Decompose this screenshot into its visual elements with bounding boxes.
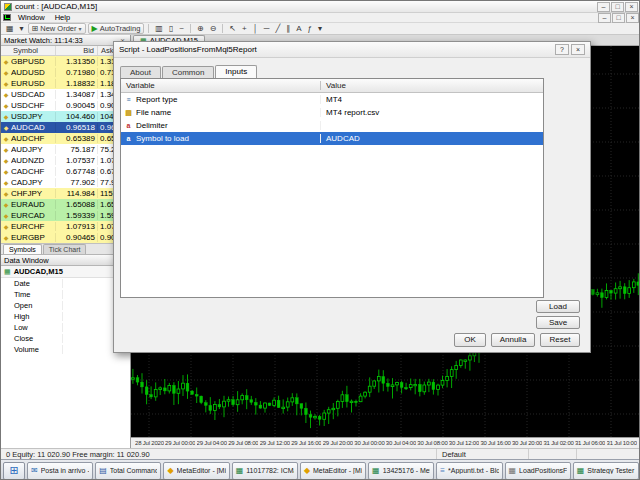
column-symbol[interactable]: Symbol — [1, 46, 55, 55]
menu-help[interactable]: Help — [50, 13, 75, 22]
input-variable-name: Symbol to load — [136, 134, 189, 143]
taskbar-item[interactable]: ≡*Appunti.txt - Blocc... — [436, 462, 502, 480]
save-button[interactable]: Save — [536, 316, 580, 329]
data-window-row[interactable]: High — [1, 311, 130, 322]
line-chart-icon[interactable]: ~ — [177, 23, 186, 34]
market-watch-row[interactable]: ◆AUDCAD0.965180.96534 — [1, 122, 130, 133]
taskbar-item[interactable]: ▦11017782: ICMarket... — [232, 462, 298, 480]
market-watch-row[interactable]: ◆CHFJPY114.984115.013 — [1, 188, 130, 199]
time-axis-label: 29 Jul 08:00 — [228, 440, 258, 446]
child-close-icon[interactable]: × — [626, 13, 639, 23]
toolbar: ▦▾⊞New Order▾▶AutoTrading▥▯~⊕⊖↖+│─╱∥Aƒ▾ — [1, 23, 640, 35]
symbol-icon: ◆ — [1, 124, 11, 131]
market-watch-row[interactable]: ◆USDJPY104.460104.474 — [1, 111, 130, 122]
market-watch-row[interactable]: ◆GBPUSD1.313501.31363 — [1, 56, 130, 67]
column-variable[interactable]: Variable — [121, 81, 321, 90]
new-order-icon: ⊞ — [32, 24, 39, 34]
dialog-tab-common[interactable]: Common — [162, 66, 214, 78]
dialog-help-icon[interactable]: ? — [555, 44, 569, 55]
data-window-row[interactable]: Volume — [1, 344, 130, 355]
trendline-icon[interactable]: ╱ — [273, 23, 282, 34]
minimize-icon[interactable]: – — [597, 2, 610, 12]
dialog-title-bar[interactable]: Script - LoadPositionsFromMql5Report ? × — [114, 42, 590, 58]
data-window-row[interactable]: Time — [1, 289, 130, 300]
zoom-out-icon[interactable]: ⊖ — [208, 23, 219, 34]
symbol-icon: ◆ — [1, 157, 11, 164]
load-button[interactable]: Load — [536, 300, 580, 313]
data-window-row[interactable]: Open — [1, 300, 130, 311]
timeframe-dropdown-icon[interactable]: ▾ — [316, 23, 324, 34]
tab-tick-chart[interactable]: Tick Chart — [43, 244, 87, 254]
horizontal-line-icon[interactable]: ─ — [262, 23, 272, 34]
symbol-name: AUDJPY — [11, 145, 55, 154]
cancel-button[interactable]: Annulla — [491, 333, 535, 347]
bid-value: 0.90465 — [55, 233, 97, 242]
close-icon[interactable]: × — [625, 2, 638, 12]
indicators-icon[interactable]: ƒ — [306, 23, 314, 34]
market-watch-row[interactable]: ◆EURCAD1.593391.59369 — [1, 210, 130, 221]
symbol-name: EURCHF — [11, 222, 55, 231]
data-window-row[interactable]: Date — [1, 278, 130, 289]
field-label: Close — [1, 334, 63, 343]
chart-dropdown-icon[interactable]: ▾ — [18, 23, 26, 34]
taskbar-item[interactable]: ◆MetaEditor - [Minor... — [300, 462, 366, 480]
market-watch-row[interactable]: ◆AUDNZD1.075371.07563 — [1, 155, 130, 166]
market-watch-row[interactable]: ◆EURCHF1.079131.07932 — [1, 221, 130, 232]
input-row[interactable]: ≡Report typeMT4 — [121, 93, 543, 106]
data-window-row[interactable]: Close — [1, 333, 130, 344]
market-watch-row[interactable]: ◆USDCHF0.900450.90060 — [1, 100, 130, 111]
child-minimize-icon[interactable]: – — [598, 13, 611, 23]
market-watch-row[interactable]: ◆EURGBP0.904650.90485 — [1, 232, 130, 243]
crosshair-icon[interactable]: + — [240, 23, 249, 34]
start-button[interactable]: ⊞ — [3, 462, 25, 480]
market-watch-row[interactable]: ◆EURUSD1.188321.18838 — [1, 78, 130, 89]
chart-timeline[interactable]: 28 Jul 202029 Jul 00:0029 Jul 04:0029 Ju… — [131, 437, 640, 448]
input-row[interactable]: ▤File nameMT4 report.csv — [121, 106, 543, 119]
market-watch-row[interactable]: ◆USDCAD1.340871.34104 — [1, 89, 130, 100]
dialog-tab-about[interactable]: About — [120, 66, 161, 78]
market-watch-row[interactable]: ◆AUDUSD0.719800.71993 — [1, 67, 130, 78]
column-value[interactable]: Value — [321, 81, 543, 90]
taskbar-item-icon: ▦ — [236, 466, 244, 475]
taskbar-item[interactable]: ▦13425176 - MetaQu... — [368, 462, 434, 480]
dialog-close-icon[interactable]: × — [571, 44, 585, 55]
bar-chart-icon[interactable]: ▥ — [153, 23, 165, 34]
tab-symbols[interactable]: Symbols — [3, 244, 42, 254]
taskbar-item[interactable]: ▦Strategy Tester Visua... — [573, 462, 639, 480]
child-restore-icon[interactable]: □ — [612, 13, 625, 23]
taskbar-item[interactable]: ✉Posta in arrivo - ... — [27, 462, 93, 480]
input-value: MT4 — [321, 95, 543, 104]
input-row[interactable]: aDelimiter — [121, 119, 543, 132]
zoom-in-icon[interactable]: ⊕ — [195, 23, 206, 34]
text-label-icon[interactable]: A — [294, 23, 303, 34]
dialog-tab-inputs[interactable]: Inputs — [215, 65, 257, 78]
taskbar-item-icon: ◆ — [167, 466, 173, 475]
data-window-row[interactable]: Low — [1, 322, 130, 333]
market-watch-row[interactable]: ◆AUDJPY75.18775.203 — [1, 144, 130, 155]
candlestick-chart-icon[interactable]: ▯ — [167, 23, 175, 34]
taskbar-item[interactable]: ◆MetaEditor - [Minor... — [163, 462, 229, 480]
autotrading-button[interactable]: ▶AutoTrading — [88, 23, 145, 34]
vertical-line-icon[interactable]: │ — [251, 23, 260, 34]
column-bid[interactable]: Bid — [55, 46, 97, 55]
profile-name[interactable]: Default — [437, 449, 529, 459]
market-watch-row[interactable]: ◆CADJPY77.90277.925 — [1, 177, 130, 188]
ok-button[interactable]: OK — [454, 333, 486, 347]
market-watch-row[interactable]: ◆EURAUD1.650881.65118 — [1, 199, 130, 210]
window-controls: – □ × — [597, 2, 638, 12]
taskbar-item-label: *Appunti.txt - Blocc... — [448, 467, 499, 474]
input-row[interactable]: aSymbol to loadAUDCAD — [121, 132, 543, 145]
dialog-title: Script - LoadPositionsFromMql5Report — [119, 45, 257, 54]
menu-window[interactable]: Window — [13, 13, 50, 22]
cursor-icon[interactable]: ↖ — [227, 23, 238, 34]
taskbar-item[interactable]: ▤Total Commander ... — [95, 462, 161, 480]
new-order-button[interactable]: ⊞New Order▾ — [28, 23, 86, 34]
taskbar-item[interactable]: ▦LoadPositionsFrom... — [505, 462, 571, 480]
bid-value: 75.187 — [55, 145, 97, 154]
reset-button[interactable]: Reset — [540, 333, 580, 347]
maximize-icon[interactable]: □ — [611, 2, 624, 12]
channel-icon[interactable]: ∥ — [284, 23, 292, 34]
new-chart-icon[interactable]: ▦ — [4, 23, 16, 34]
market-watch-row[interactable]: ◆CADCHF0.677480.67770 — [1, 166, 130, 177]
market-watch-row[interactable]: ◆AUDCHF0.653890.65408 — [1, 133, 130, 144]
